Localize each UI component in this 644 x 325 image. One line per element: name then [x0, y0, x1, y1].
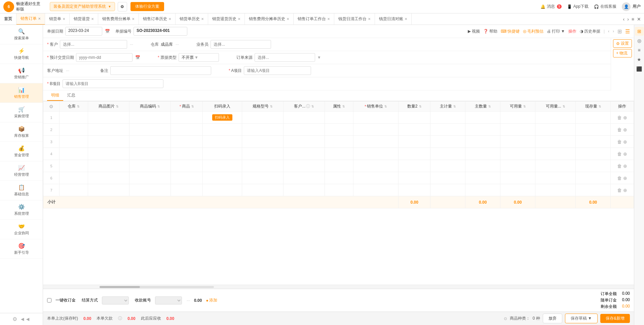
tab-sales-invoice[interactable]: 销货单 ✕ [45, 13, 70, 25]
col-settings-header[interactable]: ⚙ [43, 101, 60, 112]
copy-icon-2[interactable]: ⊕ [623, 127, 627, 132]
sub-tab-summary[interactable]: 汇总 [63, 90, 79, 101]
tab-return-history[interactable]: 销货退货历史 ✕ [208, 13, 245, 25]
tab-close-icon[interactable]: ✕ [287, 17, 289, 21]
payment-select[interactable] [102, 296, 129, 304]
view-btn[interactable]: ▶ 视频 [468, 29, 480, 34]
invoice-select[interactable]: 不开票 ▼ [179, 53, 219, 62]
copy-icon-5[interactable]: ⊕ [623, 163, 627, 169]
system-title-btn[interactable]: 装备及固定资产辅助管理系统 ▼ [50, 2, 115, 11]
help-btn[interactable]: ❓ 帮助 [483, 29, 497, 34]
customer-input[interactable] [60, 40, 127, 49]
delete-icon-5[interactable]: 🗑 [617, 163, 622, 169]
right-panel-icon-1[interactable]: ⊞ [635, 27, 644, 36]
discard-btn[interactable]: 放弃 [543, 314, 562, 323]
app-download-item[interactable]: 📱 App下载 [567, 4, 589, 9]
date-input[interactable]: 2023-03-24 [65, 27, 102, 36]
sub-tab-detail[interactable]: 明细 [47, 90, 63, 101]
sidebar-item-system[interactable]: ⚙️ 系统管理 [0, 200, 43, 220]
delete-icon-3[interactable]: 🗑 [617, 139, 622, 145]
calendar-icon[interactable]: 📅 [105, 29, 110, 34]
tab-order-workbench[interactable]: 销售订单工作台 ✕ [294, 13, 334, 25]
tab-close-icon[interactable]: ✕ [91, 17, 94, 21]
tab-close-icon[interactable]: ✕ [201, 17, 204, 21]
tab-close-icon[interactable]: ✕ [132, 17, 135, 21]
right-panel-icon-3[interactable]: ≡ [635, 46, 644, 54]
copy-icon-4[interactable]: ⊕ [623, 151, 627, 157]
tab-sales-return[interactable]: 销货退货 ✕ [70, 13, 98, 25]
toolbar-list-icon[interactable]: ☰ [625, 28, 630, 35]
tab-home[interactable]: 首页 [0, 13, 16, 25]
sidebar-item-marketing[interactable]: 📢 营销推广 [0, 64, 43, 83]
tab-order-history[interactable]: 销售订单历史 ✕ [139, 13, 176, 25]
settings-right-btn[interactable]: ⚙ ⚙️ 设置 [613, 39, 632, 48]
sidebar-item-guide[interactable]: 🎯 新手引导 [0, 239, 43, 259]
sidebar-item-management[interactable]: 📈 经营管理 [0, 161, 43, 181]
notification-item[interactable]: 🔔 消息 9 [540, 4, 562, 9]
sidebar-item-sales[interactable]: 📊 销售管理 [0, 83, 43, 103]
delete-icon-2[interactable]: 🗑 [617, 127, 622, 132]
history-btn[interactable]: ◑ 历史单据 [580, 29, 600, 34]
tab-daily-workbench[interactable]: 钱货日清工作台 ✕ [334, 13, 375, 25]
sidebar-gear-icon[interactable]: ⚙ [12, 316, 17, 322]
tab-daily-account[interactable]: 钱货日清对账 ✕ [375, 13, 412, 25]
profit-btn[interactable]: ◎ 毛利预估 [523, 29, 543, 34]
customer-expand-icon[interactable]: ··· [130, 42, 133, 47]
sidebar-collapse-icon[interactable]: ◄◄ [20, 316, 31, 322]
right-panel-icon-5[interactable]: ⬛ [635, 65, 644, 73]
tab-close-icon[interactable]: ✕ [38, 17, 41, 21]
account-expand-icon[interactable]: ··· [187, 298, 190, 303]
online-support-item[interactable]: 🎧 在线客服 [594, 4, 616, 9]
delete-icon-4[interactable]: 🗑 [617, 151, 622, 157]
tab-close-all-icon[interactable]: ✕ [636, 16, 642, 22]
staff-input[interactable] [211, 40, 271, 49]
tab-next-icon[interactable]: › [626, 16, 630, 22]
sidebar-item-nav[interactable]: ⚡ 快捷导航 [0, 44, 43, 64]
right-panel-icon-4[interactable]: ★ [635, 55, 644, 64]
sidebar-item-purchase[interactable]: 🛒 采购管理 [0, 103, 43, 122]
scrollbar-thumb[interactable] [100, 286, 140, 288]
copy-icon-6[interactable]: ⊕ [623, 175, 627, 181]
tab-close-icon[interactable]: ✕ [238, 17, 240, 21]
delete-icon-7[interactable]: 🗑 [617, 188, 622, 193]
tab-close-icon[interactable]: ✕ [368, 17, 371, 21]
add-material-btn[interactable]: + 物流 [613, 49, 632, 57]
code-input[interactable]: SO-20230324-001 [134, 27, 187, 36]
right-panel-icon-2[interactable]: ◎ [635, 36, 644, 45]
scrollbar-track[interactable] [100, 286, 214, 288]
toolbar-grid-icon[interactable]: ⊞ [617, 28, 622, 35]
b-project-input[interactable] [63, 79, 163, 88]
tab-fee-history[interactable]: 销售费用分摊单历史 ✕ [245, 13, 294, 25]
delivery-input[interactable] [76, 53, 132, 62]
delete-icon-1[interactable]: 🗑 [617, 115, 622, 120]
operation-btn[interactable]: 操作 [568, 29, 576, 34]
sidebar-item-basics[interactable]: 📋 基础信息 [0, 181, 43, 200]
delete-icon-6[interactable]: 🗑 [617, 175, 622, 181]
order-source-input[interactable] [255, 53, 315, 62]
quick-order-checkbox[interactable] [47, 298, 51, 302]
tab-close-icon[interactable]: ✕ [63, 17, 65, 21]
copy-icon-3[interactable]: ⊕ [623, 139, 627, 145]
copy-icon-7[interactable]: ⊕ [623, 188, 627, 193]
tab-close-icon[interactable]: ✕ [168, 17, 171, 21]
scan-btn-1[interactable]: 扫码录入 [212, 114, 232, 121]
tab-invoice-history[interactable]: 销货单历史 ✕ [176, 13, 208, 25]
delivery-calendar-icon[interactable]: 📅 [135, 55, 140, 60]
industry-btn[interactable]: 体验行业方案 [130, 2, 164, 11]
warehouse-expand-icon[interactable]: ··· [176, 42, 179, 47]
save-new-btn[interactable]: 保存&新增 [600, 314, 630, 323]
copy-icon-1[interactable]: ⊕ [623, 115, 627, 120]
user-area[interactable]: 👤 用户 [622, 2, 641, 11]
toolbar-prev-icon[interactable]: ‹ [608, 29, 609, 34]
account-select[interactable] [155, 296, 182, 304]
settings-gear-btn[interactable]: ⚙ [118, 2, 127, 11]
tab-sales-order[interactable]: 销售订单 ✕ [16, 13, 45, 25]
shortcut-btn[interactable]: ⌨ 快捷键 [501, 29, 520, 34]
toolbar-next-icon[interactable]: › [613, 29, 614, 34]
tab-close-icon[interactable]: ✕ [327, 17, 330, 21]
print-btn[interactable]: 🖨 打印 ▼ [547, 29, 565, 34]
tab-menu-icon[interactable]: ≡ [631, 16, 635, 22]
remark-input[interactable] [110, 66, 211, 75]
a-project-input[interactable] [244, 66, 311, 75]
save-draft-btn[interactable]: 保存草稿 ▼ [565, 314, 598, 323]
